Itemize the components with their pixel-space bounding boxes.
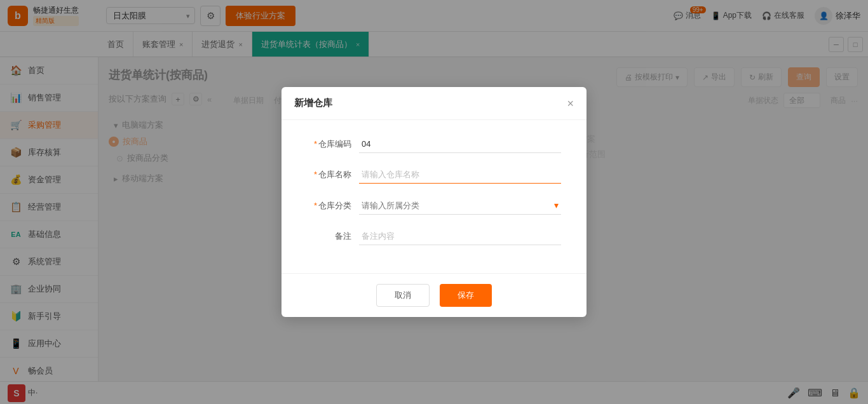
form-row-category: 仓库分类 ▾ <box>307 196 561 215</box>
warehouse-name-input[interactable] <box>359 166 561 184</box>
remark-label: 备注 <box>307 231 351 242</box>
warehouse-code-input[interactable] <box>359 135 561 153</box>
dialog-close-button[interactable]: × <box>567 98 574 109</box>
form-row-remark: 备注 <box>307 227 561 245</box>
dialog-title: 新增仓库 <box>294 97 332 109</box>
form-row-name: 仓库名称 <box>307 166 561 184</box>
form-row-code: 仓库编码 <box>307 135 561 153</box>
category-input[interactable] <box>362 201 554 210</box>
code-label: 仓库编码 <box>307 138 351 150</box>
dialog-overlay: 新增仓库 × 仓库编码 仓库名称 仓库分类 ▾ <box>0 0 868 404</box>
cancel-button[interactable]: 取消 <box>376 284 430 307</box>
dialog-footer: 取消 保存 <box>281 273 587 317</box>
save-button[interactable]: 保存 <box>440 284 492 307</box>
category-label: 仓库分类 <box>307 200 351 212</box>
dialog-header: 新增仓库 × <box>281 87 587 120</box>
category-dropdown-icon[interactable]: ▾ <box>554 200 559 210</box>
name-label: 仓库名称 <box>307 169 351 180</box>
remark-input[interactable] <box>359 227 561 245</box>
dialog-body: 仓库编码 仓库名称 仓库分类 ▾ 备注 <box>281 120 587 273</box>
new-warehouse-dialog: 新增仓库 × 仓库编码 仓库名称 仓库分类 ▾ <box>281 87 587 317</box>
category-select-wrap: ▾ <box>359 196 561 215</box>
